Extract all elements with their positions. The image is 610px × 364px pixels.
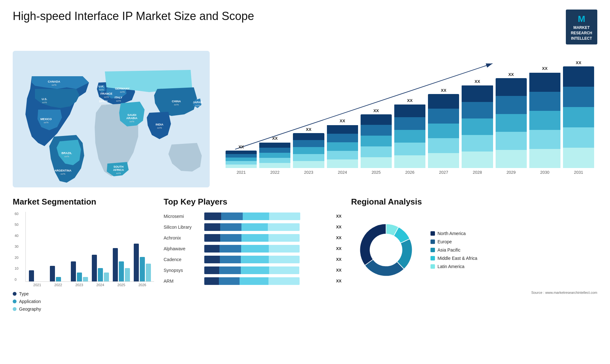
player-name-0: Microsemi	[164, 214, 202, 219]
bar-seg	[361, 114, 392, 125]
seg-bar-group-2021	[29, 270, 46, 281]
saudi-sub: xx%	[129, 120, 134, 123]
bar-chart-inner: XXXXXXXXXXXXXXXXXXXXXX	[226, 60, 594, 168]
legend-type-label: Type	[19, 291, 29, 296]
bar-seg	[496, 96, 527, 114]
bar-group-2030: XX	[529, 66, 560, 168]
regional-legend-label-3: Middle East & Africa	[437, 256, 477, 261]
bar-seg	[462, 85, 493, 102]
bar-seg	[394, 143, 425, 155]
regional-legend-color-0	[430, 231, 435, 236]
bar-seg	[327, 151, 358, 159]
player-bar-seg	[221, 212, 243, 220]
seg-bar-app-2025	[119, 261, 124, 281]
bar-seg	[259, 143, 290, 148]
bar-seg	[529, 149, 560, 168]
seg-chart-wrapper: 0 10 20 30 40 50 60 20212022202320242025…	[13, 212, 154, 288]
spain-label: SPAIN	[99, 100, 108, 103]
seg-x-label-2025: 2025	[113, 283, 130, 287]
canada-label: CANADA	[48, 80, 60, 83]
player-bar-seg	[204, 212, 221, 220]
player-bar-stack-2	[204, 234, 300, 242]
bar-group-2025: XX	[361, 108, 392, 168]
france-sub: xx%	[104, 96, 109, 98]
bar-x-label-2025: 2025	[361, 170, 392, 175]
us-label: U.S.	[42, 98, 47, 101]
bar-seg	[496, 78, 527, 96]
bar-seg	[462, 135, 493, 152]
key-players-title: Top Key Players	[164, 197, 342, 207]
player-bar-seg	[268, 234, 300, 242]
regional-legend-color-4	[430, 264, 435, 269]
seg-bars: 0 10 20 30 40 50 60	[25, 212, 154, 282]
bar-chart-area: XXXXXXXXXXXXXXXXXXXXXX 20212022202320242…	[219, 51, 597, 187]
bar-seg	[293, 161, 324, 168]
player-row-6: ARMXX	[164, 277, 342, 286]
saudi-label2: ARABIA	[126, 117, 138, 120]
bar-group-2027: XX	[428, 88, 459, 168]
bar-top-label-2022: XX	[272, 136, 278, 141]
bar-stack-2021	[226, 151, 257, 168]
bar-top-label-2023: XX	[306, 127, 311, 132]
bar-group-2028: XX	[462, 79, 493, 168]
segmentation-title: Market Segmentation	[13, 197, 154, 207]
player-val-6: XX	[336, 279, 342, 283]
bar-x-label-2021: 2021	[226, 170, 257, 175]
players-list: MicrosemiXXSilicon LibraryXXAchronixXXAl…	[164, 212, 342, 286]
player-name-2: Achronix	[164, 235, 202, 240]
bar-top-label-2021: XX	[238, 145, 244, 149]
bar-seg	[529, 130, 560, 149]
player-bar-seg	[243, 212, 269, 220]
regional-legend-item-0: North America	[430, 231, 477, 236]
bar-seg	[361, 125, 392, 136]
donut-area: North AmericaEuropeAsia PacificMiddle Ea…	[351, 212, 597, 288]
bar-stack-2023	[293, 133, 324, 168]
uk-label: U.K.	[98, 85, 104, 88]
bar-seg	[529, 92, 560, 111]
bar-seg	[428, 153, 459, 168]
player-bar-container-4	[204, 255, 332, 264]
bar-seg	[563, 127, 594, 148]
bar-stack-2029	[496, 78, 527, 168]
bar-seg	[259, 153, 290, 158]
regional-legend: North AmericaEuropeAsia PacificMiddle Ea…	[430, 231, 477, 269]
bar-seg	[226, 161, 257, 165]
regional-legend-item-1: Europe	[430, 239, 477, 244]
bar-seg	[496, 114, 527, 132]
player-bar-seg	[241, 245, 269, 253]
player-bar-seg	[220, 256, 241, 263]
player-bar-seg	[269, 256, 300, 263]
bar-x-labels: 2021202220232024202520262027202820292030…	[226, 170, 594, 175]
brazil-sub: xx%	[64, 155, 69, 158]
y-axis-labels: 0 10 20 30 40 50 60	[15, 212, 18, 281]
bar-seg	[226, 151, 257, 154]
logo-box: M MARKET RESEARCH INTELLECT	[566, 10, 597, 44]
player-name-1: Silicon Library	[164, 225, 202, 230]
bar-seg	[462, 102, 493, 118]
player-bar-seg	[204, 266, 219, 274]
bar-seg	[293, 154, 324, 161]
bar-group-2031: XX	[563, 60, 594, 168]
player-bar-container-6	[204, 277, 332, 286]
bar-stack-2028	[462, 85, 493, 168]
bar-stack-2031	[563, 66, 594, 168]
top-section: CANADA xx% U.S. xx% MEXICO xx% BRAZIL xx…	[13, 51, 597, 187]
bar-top-label-2024: XX	[340, 118, 345, 123]
legend-geo: Geography	[13, 307, 154, 312]
sa-label2: AFRICA	[113, 168, 124, 172]
bar-stack-2022	[259, 142, 290, 168]
bar-seg	[563, 148, 594, 168]
bar-seg	[563, 66, 594, 87]
legend-geo-label: Geography	[19, 307, 41, 312]
seg-x-labels: 202120222023202420252026	[25, 282, 154, 288]
legend-app-dot	[13, 300, 17, 303]
player-bar-seg	[220, 234, 241, 242]
seg-bar-app-2023	[77, 273, 82, 281]
legend-type: Type	[13, 291, 154, 296]
seg-bar-geo-2026	[146, 264, 151, 281]
player-bar-seg	[204, 234, 220, 242]
world-map-svg: CANADA xx% U.S. xx% MEXICO xx% BRAZIL xx…	[13, 51, 210, 187]
brazil-label: BRAZIL	[62, 152, 72, 155]
bar-seg	[226, 158, 257, 161]
bar-seg	[394, 155, 425, 168]
